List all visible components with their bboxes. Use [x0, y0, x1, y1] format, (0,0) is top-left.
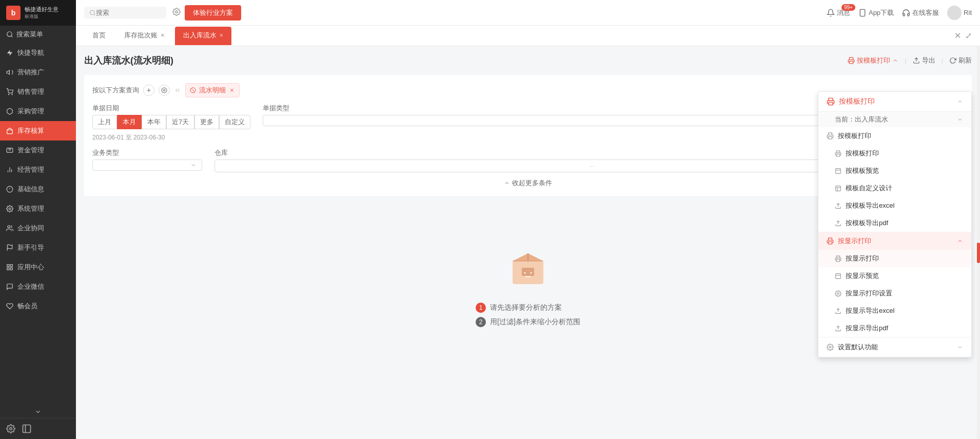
user-avatar-btn[interactable]: Rit [947, 6, 972, 20]
date-btn-7days[interactable]: 近7天 [166, 115, 194, 129]
sidebar-item-appstore[interactable]: 应用中心 [0, 257, 76, 277]
svg-rect-42 [829, 136, 832, 139]
settings-icon[interactable] [6, 424, 15, 433]
sidebar-item-finance[interactable]: 资金管理 [0, 141, 76, 160]
app-download-btn[interactable]: App下载 [858, 8, 894, 17]
wechat-icon [6, 283, 13, 290]
dp-item-template-pdf[interactable]: 按模板导出pdf [818, 214, 971, 232]
dp-current-arrow [957, 116, 963, 123]
window-close-btn[interactable]: ✕ [954, 31, 961, 41]
date-btn-more[interactable]: 更多 [194, 115, 219, 129]
empty-steps-list: 1 请先选择要分析的方案 2 用[过滤]条件来缩小分析范围 [476, 303, 580, 331]
dp-display-print-icon [827, 237, 834, 245]
dp-item-display-pdf[interactable]: 按显示导出pdf [818, 320, 971, 337]
topbar-search-input[interactable] [96, 9, 161, 16]
dp-item-display-excel[interactable]: 按显示导出excel [818, 302, 971, 320]
type-select[interactable] [263, 115, 873, 126]
print-template-btn[interactable]: 按模板打印 [848, 56, 898, 65]
svg-point-18 [10, 428, 12, 430]
sidebar-item-sales[interactable]: 销售管理 [0, 82, 76, 102]
sidebar-item-purchase[interactable]: 采购管理 [0, 102, 76, 121]
filter-add-btn[interactable] [143, 85, 154, 96]
dp-pdf-icon [835, 220, 841, 227]
sidebar-scroll-down[interactable] [0, 406, 76, 418]
topbar-gear-btn[interactable] [172, 8, 181, 17]
refresh-btn[interactable]: 刷新 [949, 56, 972, 65]
dp-current[interactable]: 当前：出入库流水 [818, 112, 971, 127]
dp-display-section-header[interactable]: 按显示打印 [818, 232, 971, 250]
tabbar: 首页 库存批次账 × 出入库流水 × ✕ ⤢ [76, 26, 980, 46]
content-area: 出入库流水(流水明细) 按模板打印 | 导出 | 刷新 [76, 46, 980, 439]
export-btn[interactable]: 导出 [913, 56, 935, 65]
sidebar-item-wecom[interactable]: 企业微信 [0, 277, 76, 296]
sidebar-item-cooperation[interactable]: 企业协同 [0, 218, 76, 238]
dp-item-display-settings[interactable]: 按显示打印设置 [818, 285, 971, 302]
step-2-num: 2 [476, 317, 486, 327]
sidebar-item-system[interactable]: 系统管理 [0, 199, 76, 218]
page-actions: 按模板打印 | 导出 | 刷新 [848, 56, 972, 65]
tag-close-icon[interactable] [229, 87, 235, 93]
tab-home[interactable]: 首页 [84, 27, 114, 45]
separator2: | [942, 57, 943, 65]
dp-item-template-print[interactable]: 按模板打印 [818, 145, 971, 162]
logo-icon: b [6, 6, 21, 20]
online-service-btn[interactable]: 在线客服 [902, 8, 939, 17]
dp-footer-arrow [957, 344, 963, 350]
apps-icon [6, 264, 13, 271]
dp-preview-icon [835, 168, 841, 174]
svg-point-53 [837, 292, 839, 294]
cart-icon [6, 88, 13, 95]
search-icon [6, 31, 13, 38]
dp-d-preview-icon [835, 273, 841, 280]
dp-item-display-print[interactable]: 按显示打印 [818, 250, 971, 267]
filter-date-item: 单据日期 上月 本月 本年 近7天 更多 自定义 2023-06-01 至 20… [92, 104, 250, 142]
svg-rect-19 [23, 425, 31, 433]
dp-item-template-design[interactable]: 模板自定义设计 [818, 179, 971, 197]
sidebar-item-inventory[interactable]: 库存核算 [0, 121, 76, 141]
separator1: | [905, 57, 906, 65]
dp-display-section-up [957, 238, 963, 244]
tab-flow-close[interactable]: × [220, 31, 224, 39]
dp-template-section-header[interactable]: 按模板打印 [818, 127, 971, 145]
filter-settings-btn[interactable] [159, 85, 170, 96]
tab-flow[interactable]: 出入库流水 × [175, 27, 232, 45]
sidebar-item-quick-nav[interactable]: 快捷导航 [0, 43, 76, 63]
svg-point-0 [7, 32, 12, 36]
svg-point-21 [90, 10, 94, 14]
sidebar-item-basics[interactable]: 基础信息 [0, 179, 76, 199]
dp-item-template-preview[interactable]: 按模板预览 [818, 162, 971, 179]
dp-template-icon [827, 132, 834, 139]
tab-batch-accounts-close[interactable]: × [161, 31, 165, 39]
sidebar-item-operations[interactable]: 经营管理 [0, 160, 76, 179]
messages-btn[interactable]: 消息 99+ [827, 8, 850, 17]
dp-item-template-excel[interactable]: 按模板导出excel [818, 197, 971, 214]
business-type-select[interactable] [92, 159, 202, 171]
messages-badge: 99+ [841, 4, 855, 11]
dp-item-display-preview[interactable]: 按显示预览 [818, 267, 971, 285]
dp-footer-left: 设置默认功能 [827, 343, 878, 352]
window-maximize-btn[interactable]: ⤢ [965, 31, 972, 41]
tab-batch-accounts[interactable]: 库存批次账 × [116, 27, 173, 45]
date-btn-custom[interactable]: 自定义 [219, 115, 250, 129]
topbar-search-box[interactable] [84, 7, 166, 18]
info-icon [6, 186, 13, 193]
sidebar-item-guide[interactable]: 新手引导 [0, 238, 76, 257]
dp-printer-icon [827, 97, 835, 106]
svg-point-1 [9, 94, 9, 95]
date-btn-last-month[interactable]: 上月 [92, 115, 117, 129]
sidebar-search[interactable]: 搜索菜单 [0, 26, 76, 43]
dp-header[interactable]: 按模板打印 [818, 92, 971, 112]
sidebar-item-marketing[interactable]: 营销推广 [0, 63, 76, 82]
date-btn-this-year[interactable]: 本年 [142, 115, 166, 129]
date-btn-this-month[interactable]: 本月 [117, 115, 142, 129]
refresh-icon [949, 57, 956, 64]
collapse-sidebar-icon[interactable] [22, 424, 32, 434]
sidebar-item-membership[interactable]: 畅会员 [0, 296, 76, 316]
svg-rect-51 [836, 273, 841, 278]
scrollbar-thumb[interactable] [977, 243, 980, 263]
industry-solution-btn[interactable]: 体验行业方案 [185, 5, 241, 21]
box-icon [6, 108, 13, 115]
printer-icon [848, 57, 855, 64]
dp-footer[interactable]: 设置默认功能 [818, 337, 971, 357]
collapse-btn[interactable]: 收起更多条件 [504, 178, 552, 188]
